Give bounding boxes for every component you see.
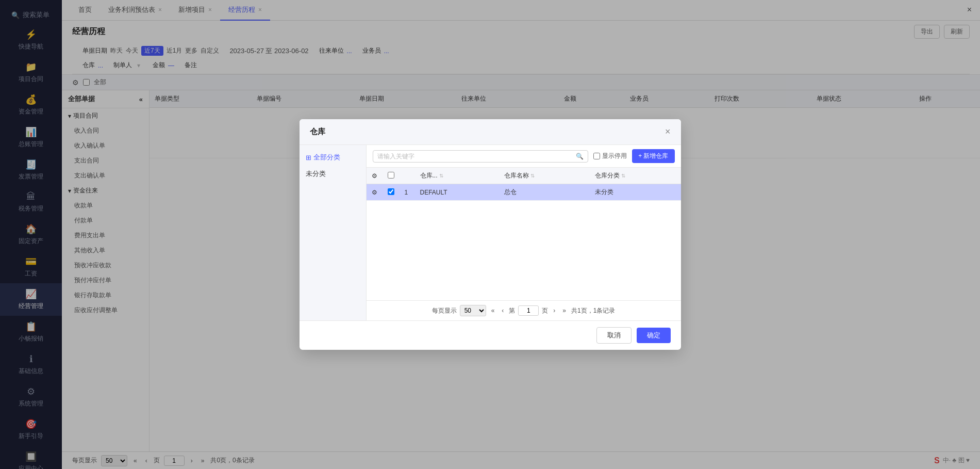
modal-select-all[interactable] — [388, 172, 394, 179]
row-code: DEFAULT — [415, 184, 499, 201]
modal-left-all-label: 全部分类 — [313, 153, 340, 162]
modal-th-id — [400, 168, 415, 184]
confirm-button[interactable]: 确定 — [637, 328, 671, 343]
modal-th-code: 仓库... ⇅ — [415, 168, 499, 184]
modal-overlay[interactable]: 仓库 × ⊞ 全部分类 未分类 🔍 — [0, 0, 980, 469]
warehouse-modal: 仓库 × ⊞ 全部分类 未分类 🔍 — [300, 119, 681, 350]
modal-left-panel: ⊞ 全部分类 未分类 — [300, 145, 367, 320]
modal-table: ⚙ 仓库... ⇅ — [367, 168, 681, 201]
modal-search-icon: 🔍 — [576, 153, 584, 160]
modal-all-categories[interactable]: ⊞ 全部分类 — [300, 149, 366, 166]
modal-page-input[interactable] — [518, 305, 539, 316]
modal-prev-btn[interactable]: ‹ — [500, 306, 506, 315]
row-category: 未分类 — [590, 184, 680, 201]
modal-page-label: 第 — [509, 306, 515, 315]
show-disabled-checkbox[interactable] — [593, 153, 600, 159]
modal-pagination: 每页显示 50 100 « ‹ 第 页 › » 共1页，1条记录 — [367, 300, 681, 320]
modal-th-checkbox — [383, 168, 400, 184]
modal-last-btn[interactable]: » — [560, 306, 568, 315]
modal-table-row[interactable]: ⚙ 1 DEFAULT 总仓 未分类 — [367, 184, 681, 201]
show-disabled-label[interactable]: 显示停用 — [593, 152, 627, 160]
row-id: 1 — [400, 184, 415, 201]
modal-per-page-label: 每页显示 — [432, 306, 457, 315]
sort-name-icon: ⇅ — [530, 173, 535, 179]
modal-title: 仓库 — [310, 127, 325, 137]
row-name: 总仓 — [499, 184, 590, 201]
row-select-checkbox[interactable] — [388, 188, 394, 195]
modal-left-uncategorized[interactable]: 未分类 — [300, 166, 366, 182]
modal-th-name: 仓库名称 ⇅ — [499, 168, 590, 184]
modal-close-btn[interactable]: × — [665, 126, 671, 137]
modal-footer: 取消 确定 — [300, 320, 681, 350]
modal-first-btn[interactable]: « — [489, 306, 497, 315]
row-settings[interactable]: ⚙ — [367, 184, 383, 201]
row-checkbox[interactable] — [383, 184, 400, 201]
modal-header: 仓库 × — [300, 119, 681, 145]
modal-total-text: 共1页，1条记录 — [571, 306, 615, 315]
add-warehouse-btn[interactable]: + 新增仓库 — [632, 149, 674, 163]
modal-search-box[interactable]: 🔍 — [373, 150, 589, 163]
sort-code-icon: ⇅ — [439, 173, 443, 179]
modal-right-panel: 🔍 显示停用 + 新增仓库 ⚙ — [367, 145, 681, 320]
modal-th-category: 仓库分类 ⇅ — [590, 168, 680, 184]
modal-th-settings: ⚙ — [367, 168, 383, 184]
show-disabled-text: 显示停用 — [602, 152, 627, 160]
grid-icon: ⊞ — [306, 154, 311, 161]
modal-body: ⊞ 全部分类 未分类 🔍 显示停用 — [300, 145, 681, 320]
modal-page-suffix: 页 — [542, 306, 548, 315]
cancel-button[interactable]: 取消 — [596, 327, 632, 344]
modal-left-uncat-label: 未分类 — [306, 169, 326, 179]
modal-search-input[interactable] — [377, 153, 573, 160]
sort-category-icon: ⇅ — [621, 173, 625, 179]
modal-per-page-select[interactable]: 50 100 — [460, 305, 486, 316]
modal-table-wrap: ⚙ 仓库... ⇅ — [367, 168, 681, 300]
modal-next-btn[interactable]: › — [551, 306, 557, 315]
modal-toolbar: 🔍 显示停用 + 新增仓库 — [367, 145, 681, 168]
